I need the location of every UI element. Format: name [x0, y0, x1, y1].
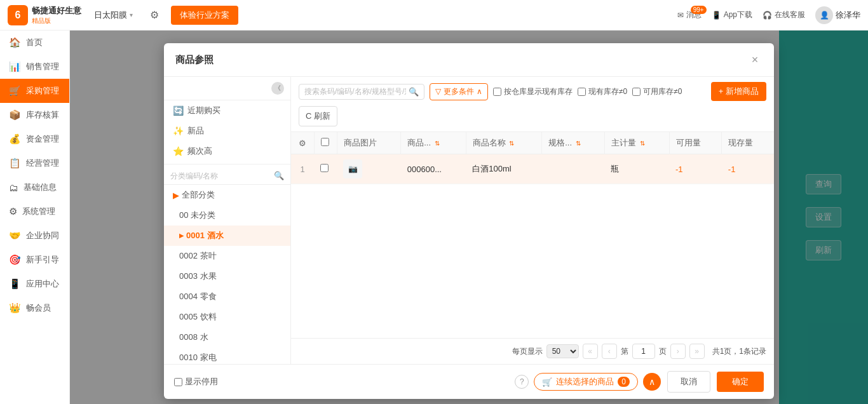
cancel-btn[interactable]: 取消 [667, 371, 710, 393]
sidebar-item-newbie[interactable]: 🎯 新手引导 [0, 248, 69, 272]
row-checkbox-cell [314, 154, 337, 184]
stock-ne0-checkbox[interactable]: 现有库存≠0 [578, 86, 627, 97]
user-menu[interactable]: 👤 徐泽华 [815, 6, 860, 24]
page-total: 共1页，1条记录 [712, 346, 766, 357]
finance-icon: 💰 [9, 133, 21, 145]
modal-close-btn[interactable]: × [747, 52, 763, 67]
th-unit: 主计量 ⇅ [604, 132, 669, 154]
sidebar-item-inventory[interactable]: 📦 库存核算 [0, 103, 69, 127]
category-tea[interactable]: 0002 茶叶 [164, 246, 290, 266]
sidebar-item-enterprise[interactable]: 🤝 企业协同 [0, 224, 69, 248]
product-table: ⚙ 商品图片 商品... ⇅ [291, 132, 774, 184]
confirm-btn[interactable]: 确定 [717, 372, 764, 392]
table-row[interactable]: 1 📷 000600... 白酒100ml [291, 154, 774, 184]
stock-ne0-input[interactable] [578, 88, 586, 96]
purchase-icon: 🛒 [9, 85, 21, 97]
row-checkbox[interactable] [320, 164, 329, 172]
quick-nav-frequent[interactable]: ⭐ 频次高 [164, 141, 290, 161]
category-all[interactable]: ▶ 全部分类 [164, 185, 290, 205]
warehouse-checkbox-input[interactable] [493, 88, 501, 96]
logo-title: 畅捷通好生意 [32, 5, 81, 17]
page-input[interactable] [632, 344, 655, 359]
select-all-checkbox[interactable] [321, 138, 329, 146]
sidebar-label-member: 畅会员 [26, 302, 51, 314]
sidebar-item-home[interactable]: 🏠 首页 [0, 30, 69, 55]
per-page-label: 每页显示 [512, 346, 543, 357]
more-filter-btn[interactable]: ▽ 更多条件 ∧ [430, 83, 488, 100]
sidebar-item-basic-info[interactable]: 🗂 基础信息 [0, 175, 69, 199]
settings-icon[interactable]: ⚙ [146, 6, 163, 24]
th-available: 可用量 [669, 132, 722, 154]
row-num: 1 [291, 154, 314, 184]
apps-icon: 📱 [9, 278, 21, 290]
available-ne0-input[interactable] [632, 88, 641, 96]
last-page-btn[interactable]: » [689, 344, 705, 359]
category-snack[interactable]: 0004 零食 [164, 286, 290, 307]
category-fruit-label: 0003 水果 [179, 271, 217, 282]
warehouse-display-checkbox[interactable]: 按仓库显示现有库存 [493, 86, 573, 97]
modal-sidebar: 《 🔄 近期购买 ✨ 新品 ⭐ 频次高 [164, 77, 291, 364]
sidebar-item-operations[interactable]: 📋 经营管理 [0, 151, 69, 175]
row-code: 000600... [401, 154, 466, 184]
product-image: 📷 [343, 159, 362, 178]
category-appliance-label: 0010 家电 [179, 352, 217, 363]
category-liquor[interactable]: ▶ 0001 酒水 [164, 226, 290, 246]
category-search-icon[interactable]: 🔍 [274, 171, 284, 180]
message-badge: 99+ [691, 6, 707, 14]
page-size-select[interactable]: 50 10 20 100 [546, 344, 579, 358]
next-page-btn[interactable]: › [670, 344, 686, 359]
sidebar-item-sales[interactable]: 📊 销售管理 [0, 55, 69, 79]
trial-btn[interactable]: 体验行业方案 [171, 6, 238, 25]
active-tri-icon: ▶ [179, 232, 184, 239]
quick-nav-frequent-label: 频次高 [187, 145, 212, 157]
sort-spec-icon[interactable]: ⇅ [576, 140, 581, 147]
row-available: -1 [669, 154, 722, 184]
sort-code-icon[interactable]: ⇅ [435, 140, 440, 147]
quick-nav-new[interactable]: ✨ 新品 [164, 121, 290, 141]
display-disabled-checkbox[interactable]: 显示停用 [174, 376, 218, 387]
sort-name-icon[interactable]: ⇅ [509, 140, 514, 147]
sidebar-item-finance[interactable]: 💰 资金管理 [0, 127, 69, 151]
app-download-btn[interactable]: 📱 App下载 [712, 10, 752, 20]
product-search-input[interactable] [304, 87, 406, 96]
th-image: 商品图片 [337, 132, 401, 154]
content-area: 查询 设置 刷新 商品参照 × 《 [70, 30, 868, 404]
stock-ne0-label: 现有库存≠0 [588, 86, 627, 97]
sidebar-item-apps[interactable]: 📱 应用中心 [0, 272, 69, 296]
available-ne0-checkbox[interactable]: 可用库存≠0 [632, 86, 682, 97]
online-service-btn[interactable]: 🎧 在线客服 [763, 10, 805, 20]
th-settings[interactable]: ⚙ [291, 132, 314, 154]
category-search-input[interactable] [170, 172, 270, 180]
first-page-btn[interactable]: « [583, 344, 598, 359]
pagination: 每页显示 50 10 20 100 « ‹ 第 页 [291, 338, 774, 364]
sort-unit-icon[interactable]: ⇅ [640, 140, 645, 147]
store-selector[interactable]: 日太阳膜 ▾ [89, 7, 138, 24]
collapse-btn[interactable]: 《 [271, 82, 284, 95]
sidebar-item-system[interactable]: ⚙ 系统管理 [0, 199, 69, 224]
display-disabled-label: 显示停用 [185, 376, 218, 387]
warehouse-label: 按仓库显示现有库存 [504, 86, 573, 97]
th-checkbox [314, 132, 337, 154]
filter-label: 更多条件 [444, 86, 474, 97]
collapse-footer-btn[interactable]: ∧ [643, 373, 661, 391]
category-fruit[interactable]: 0003 水果 [164, 266, 290, 286]
all-tri-icon: ▶ [173, 191, 179, 200]
disabled-checkbox-input[interactable] [174, 378, 182, 386]
quick-nav-recent[interactable]: 🔄 近期购买 [164, 100, 290, 121]
top-nav: 6 畅捷通好生意 精品版 日太阳膜 ▾ ⚙ 体验行业方案 ✉ 消息 99+ 📱 … [0, 0, 868, 30]
help-icon[interactable]: ? [515, 375, 529, 389]
messages-btn[interactable]: ✉ 消息 99+ [677, 10, 702, 20]
sidebar-item-member[interactable]: 👑 畅会员 [0, 296, 69, 320]
category-unclassified[interactable]: 00 未分类 [164, 205, 290, 226]
add-product-btn[interactable]: + 新增商品 [711, 82, 766, 101]
sidebar-item-purchase[interactable]: 🛒 采购管理 [0, 79, 69, 103]
category-water[interactable]: 0008 水 [164, 327, 290, 347]
prev-page-btn[interactable]: ‹ [602, 344, 617, 359]
category-beverage[interactable]: 0005 饮料 [164, 307, 290, 327]
refresh-table-btn[interactable]: C 刷新 [299, 106, 337, 126]
store-name: 日太阳膜 [94, 10, 127, 21]
category-appliance[interactable]: 0010 家电 [164, 347, 290, 364]
cart-btn[interactable]: 🛒 连续选择的商品 0 [534, 373, 638, 391]
frequent-icon: ⭐ [173, 146, 184, 156]
search-icon[interactable]: 🔍 [409, 87, 419, 97]
